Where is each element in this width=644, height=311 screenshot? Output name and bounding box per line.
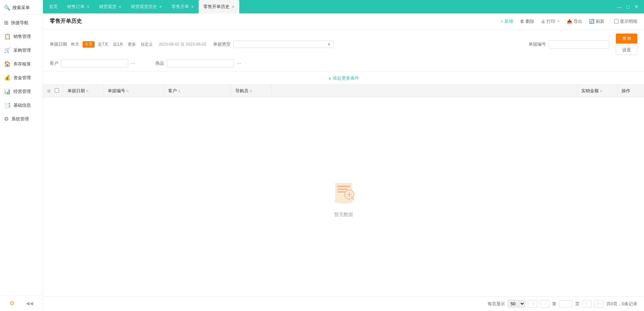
toolbar-separator: [610, 19, 610, 24]
tab-sales-return-history-close[interactable]: ✕: [159, 5, 162, 9]
export-button[interactable]: 📤 导出: [565, 18, 584, 24]
show-detail-label: 显示明细: [620, 18, 637, 24]
show-detail-checkbox[interactable]: [614, 19, 618, 23]
window-controls: — □ ✕: [613, 4, 643, 10]
goods-picker-icon[interactable]: ···: [237, 60, 241, 66]
more-shortcut[interactable]: 更多: [127, 41, 137, 48]
last-month-shortcut[interactable]: 近1月: [112, 41, 125, 48]
tab-sales-return-history-label: 销货退货历史: [131, 4, 157, 10]
client-input[interactable]: [61, 59, 128, 67]
finance-icon: 💰: [4, 74, 11, 81]
sidebar-item-label: 资金管理: [13, 75, 31, 81]
client-picker-icon[interactable]: ···: [131, 60, 135, 66]
sidebar-item-label: 销售管理: [13, 34, 31, 40]
date-filter-label: 单据日期: [50, 41, 67, 47]
sidebar-item-basic-info[interactable]: 📑 基础信息: [0, 98, 43, 112]
select-all-checkbox[interactable]: [55, 88, 59, 93]
prev-page-btn[interactable]: 〈: [540, 300, 549, 308]
tab-retail-open[interactable]: 零售开单 ✕: [167, 0, 199, 13]
client-filter-label: 客户: [50, 60, 58, 66]
delete-button[interactable]: 🗑 删除: [518, 18, 536, 24]
close-btn[interactable]: ✕: [634, 4, 639, 10]
tab-retail-history[interactable]: 零售开单历史 ✕: [199, 0, 239, 13]
today-shortcut[interactable]: 今天: [83, 41, 95, 48]
client-sort-icon[interactable]: ⇅: [178, 89, 181, 93]
goods-input[interactable]: [167, 59, 234, 67]
sidebar-menu: ⊞ 快捷导航 📋 销售管理 🛒 采购管理 🏠 库存核算 💰 资金管理 📊 经营管…: [0, 14, 43, 295]
custom-shortcut[interactable]: 自定义: [139, 41, 154, 48]
query-button[interactable]: 查询: [616, 34, 637, 44]
operations-icon: 📊: [4, 88, 11, 95]
yesterday-shortcut[interactable]: 昨天: [70, 41, 81, 48]
print-button[interactable]: 🖨 打印 ▼: [540, 18, 561, 24]
tab-home[interactable]: 首页: [44, 0, 62, 13]
sidebar-item-label: 系统管理: [11, 116, 29, 122]
tab-sales-return-close[interactable]: ✕: [118, 5, 121, 9]
filter-date-item: 单据日期 昨天 今天 近7天 近1月 更多 自定义 2023-06-02 至 2…: [50, 41, 206, 48]
col-num-label: 单据编号: [108, 88, 125, 94]
show-detail-toggle[interactable]: 显示明细: [614, 18, 637, 24]
print-label: 打印: [547, 18, 555, 24]
docnum-input[interactable]: [549, 40, 609, 49]
maximize-btn[interactable]: □: [627, 4, 630, 10]
last7days-shortcut[interactable]: 近7天: [97, 41, 110, 48]
collapse-filter-button[interactable]: ∧ 收起更多条件: [328, 73, 359, 83]
pagination-summary: 共0页，0条记录: [606, 301, 637, 307]
filter-client-item: 客户 ···: [50, 59, 135, 67]
col-num-header: 单据编号 ⇅: [103, 85, 164, 97]
refresh-button[interactable]: 🔄 刷新: [588, 18, 606, 24]
search-menu-item[interactable]: 🔍 搜索采单: [0, 0, 43, 14]
tab-sales-return-history[interactable]: 销货退货历史 ✕: [126, 0, 167, 13]
per-page-select[interactable]: 50 10 20 100: [508, 300, 525, 308]
sidebar-item-label: 快捷导航: [11, 20, 29, 26]
table-settings-icon[interactable]: ⚙: [47, 89, 51, 94]
basic-info-icon: 📑: [4, 102, 11, 108]
sidebar-item-purchase-mgmt[interactable]: 🛒 采购管理: [0, 43, 43, 57]
amount-sort-icon[interactable]: ⇅: [600, 89, 602, 93]
next-page-btn[interactable]: 〉: [582, 300, 592, 308]
doctype-select[interactable]: ▼: [233, 41, 334, 48]
guide-sort-icon[interactable]: ⇅: [249, 89, 252, 93]
settings-button[interactable]: 设置: [616, 45, 637, 55]
goods-filter-label: 商品: [155, 60, 164, 66]
settings-icon[interactable]: ⚙: [9, 300, 15, 307]
print-icon: 🖨: [541, 19, 545, 24]
filter-collapse-row: ∧ 收起更多条件: [43, 71, 644, 85]
quick-nav-icon: ⊞: [4, 19, 8, 26]
sidebar-item-finance[interactable]: 💰 资金管理: [0, 71, 43, 85]
col-op-header: 操作: [617, 85, 644, 97]
page-input[interactable]: 1: [559, 300, 573, 307]
sidebar-item-sales-mgmt[interactable]: 📋 销售管理: [0, 30, 43, 43]
tab-sales-order-close[interactable]: ✕: [87, 5, 90, 9]
tab-retail-open-close[interactable]: ✕: [191, 5, 194, 9]
date-sort-icon[interactable]: ⇅: [86, 89, 89, 93]
add-button[interactable]: + 新增: [499, 18, 514, 24]
filter-goods-item: 商品 ···: [155, 59, 241, 67]
collapse-sidebar-icon[interactable]: ◀◀: [26, 301, 33, 306]
sidebar-item-operations[interactable]: 📊 经营管理: [0, 85, 43, 98]
page-prefix-label: 第: [552, 301, 556, 307]
table-wrapper: ⚙ 单据日期 ⇅ 单据编号: [43, 85, 644, 296]
last-page-btn[interactable]: 》: [594, 300, 604, 308]
page-suffix-label: 页: [575, 301, 580, 307]
tab-retail-history-close[interactable]: ✕: [232, 5, 235, 9]
tab-sales-order[interactable]: 销售订单 ✕: [62, 0, 94, 13]
sidebar-item-system[interactable]: ⚙ 系统管理: [0, 112, 43, 126]
print-chevron-icon: ▼: [557, 19, 560, 23]
tab-home-label: 首页: [49, 4, 58, 10]
tab-retail-history-label: 零售开单历史: [203, 4, 230, 10]
first-page-btn[interactable]: 《: [528, 300, 537, 308]
filter-area: 单据日期 昨天 今天 近7天 近1月 更多 自定义 2023-06-02 至 2…: [43, 30, 644, 85]
sidebar-item-inventory[interactable]: 🏠 库存核算: [0, 57, 43, 71]
tab-sales-return[interactable]: 销货退货 ✕: [94, 0, 126, 13]
num-sort-icon[interactable]: ⇅: [126, 89, 129, 93]
sidebar-item-quick-nav[interactable]: ⊞ 快捷导航: [0, 16, 43, 30]
pagination-bar: 每页显示 50 10 20 100 《 〈 第 1 页 〉 》 共0页，0条记录: [43, 296, 644, 311]
date-shortcuts: 昨天 今天 近7天 近1月 更多 自定义: [70, 41, 154, 48]
minimize-btn[interactable]: —: [617, 4, 622, 10]
inventory-icon: 🏠: [4, 61, 11, 67]
empty-icon: [329, 176, 359, 206]
sidebar-item-label: 库存核算: [13, 61, 31, 67]
date-range-text: 2023-06-02 至 2023-06-02: [159, 42, 206, 47]
empty-text: 暂无数据: [334, 212, 353, 218]
